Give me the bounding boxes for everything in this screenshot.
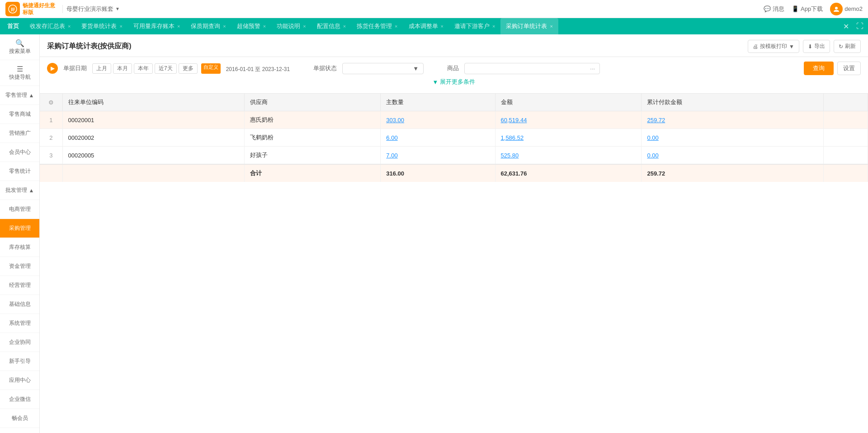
footer-amount: 62,631.76 [495, 164, 642, 182]
tab-available-stock[interactable]: 可用量库存账本 × [128, 18, 185, 34]
tab-close-icon[interactable]: × [177, 24, 180, 29]
status-select[interactable]: ▼ [342, 63, 424, 74]
tab-close-icon[interactable]: × [68, 24, 71, 29]
sidebar-item-retail-mall[interactable]: 零售商城 [0, 105, 39, 124]
refresh-button[interactable]: ↻ 刷新 [834, 40, 861, 53]
table-footer: 合计 316.00 62,631.76 259.72 [40, 164, 868, 182]
org-selector[interactable]: 母婴行业演示账套 ▼ [62, 5, 123, 13]
expand-filter-button[interactable]: ▼ 展开更多条件 [47, 75, 861, 89]
tab-purchase-order[interactable]: 要货单统计表 × [76, 18, 127, 34]
settings-col-header[interactable]: ⚙ [40, 94, 62, 111]
chevron-down-icon: ▼ [433, 79, 439, 86]
row-paid[interactable]: 0.00 [642, 129, 824, 147]
query-button[interactable]: 查询 [804, 62, 834, 75]
tab-close-icon[interactable]: × [303, 24, 306, 29]
sidebar-item-retail-manage[interactable]: 零售管理 ▲ [0, 86, 39, 105]
row-index: 2 [40, 129, 62, 147]
tab-invite[interactable]: 邀请下游客户 × [449, 18, 500, 34]
tab-home[interactable]: 首页 [2, 18, 24, 34]
date-btn-this-year[interactable]: 本年 [134, 63, 153, 74]
svg-point-2 [835, 7, 838, 10]
user-menu[interactable]: demo2 [830, 3, 863, 15]
row-index: 3 [40, 147, 62, 165]
sidebar-item-newbie[interactable]: 新手引导 [0, 352, 39, 371]
tab-close-icon[interactable]: × [492, 24, 495, 29]
sidebar-item-marketing[interactable]: 营销推广 [0, 124, 39, 143]
footer-label: 合计 [245, 164, 381, 182]
data-table: ⚙ 往来单位编码 供应商 主数量 金额 累计付款金额 1 00020001 [40, 94, 868, 182]
tab-overstock[interactable]: 超储预警 × [231, 18, 271, 34]
date-label: 单据日期 [63, 64, 87, 72]
message-button[interactable]: 💬 消息 [764, 5, 784, 13]
main-layout: 🔍 搜索菜单 ☰ 快捷导航 零售管理 ▲ 零售商城 营销推广 会员中心 零售统计… [0, 34, 868, 433]
row-paid[interactable]: 259.72 [642, 111, 824, 129]
nav-tabs-controls: ✕ ⛶ [840, 22, 866, 31]
row-amount[interactable]: 60,519.44 [495, 111, 642, 129]
tab-close-all-button[interactable]: ✕ [840, 22, 852, 31]
org-chevron-icon: ▼ [115, 6, 120, 11]
sidebar-item-search[interactable]: 🔍 搜索菜单 [0, 34, 39, 60]
tab-picking[interactable]: 拣货任务管理 × [351, 18, 403, 34]
table-body: 1 00020001 惠氏奶粉 303.00 60,519.44 259.72 … [40, 111, 868, 165]
sidebar-item-system[interactable]: 系统管理 [0, 314, 39, 333]
sidebar-item-quicknav[interactable]: ☰ 快捷导航 [0, 60, 39, 86]
tab-receive-summary[interactable]: 收发存汇总表 × [24, 18, 76, 34]
tab-close-icon[interactable]: × [119, 24, 122, 29]
sidebar-item-ecommerce[interactable]: 电商管理 [0, 200, 39, 219]
row-supplier: 惠氏奶粉 [245, 111, 381, 129]
arrow-icon: ▲ [29, 187, 34, 194]
tab-expiry[interactable]: 保质期查询 × [185, 18, 231, 34]
sidebar-item-vip[interactable]: 畅会员 [0, 409, 39, 428]
sidebar-item-purchase[interactable]: 采购管理 [0, 219, 39, 238]
sidebar-item-apps[interactable]: 应用中心 [0, 371, 39, 390]
app-download-button[interactable]: 📱 App下载 [792, 5, 823, 13]
sidebar-item-finance[interactable]: 资金管理 [0, 257, 39, 276]
date-btn-last-month[interactable]: 上月 [92, 63, 111, 74]
tab-config[interactable]: 配置信息 × [311, 18, 351, 34]
sidebar-item-operations[interactable]: 经营管理 [0, 276, 39, 295]
tab-close-icon[interactable]: × [395, 24, 397, 29]
goods-label: 商品 [447, 64, 459, 72]
supplier-col-header: 供应商 [245, 94, 381, 111]
column-settings-icon[interactable]: ⚙ [48, 99, 54, 106]
search-icon: 🔍 [2, 39, 38, 48]
sidebar: 🔍 搜索菜单 ☰ 快捷导航 零售管理 ▲ 零售商城 营销推广 会员中心 零售统计… [0, 34, 40, 433]
filter-area: ▶ 单据日期 上月 本月 本年 近7天 更多 自定义 2016-01-01 至 … [40, 57, 868, 94]
settings-button[interactable]: 设置 [837, 62, 861, 75]
print-button[interactable]: 🖨 按模板打印 ▼ [748, 40, 799, 53]
tab-close-icon[interactable]: × [263, 24, 266, 29]
table-row: 3 00020005 好孩子 7.00 525.80 0.00 [40, 147, 868, 165]
sidebar-item-membership[interactable]: 会员中心 [0, 143, 39, 162]
tab-maximize-button[interactable]: ⛶ [854, 22, 866, 30]
tab-close-icon[interactable]: × [343, 24, 346, 29]
date-btn-this-month[interactable]: 本月 [113, 63, 132, 74]
tab-close-icon[interactable]: × [223, 24, 226, 29]
top-bar-left: 好 畅捷通好生意 标版 母婴行业演示账套 ▼ [5, 2, 123, 16]
row-amount[interactable]: 1,586.52 [495, 129, 642, 147]
date-btn-more[interactable]: 更多 [179, 63, 198, 74]
row-amount[interactable]: 525.80 [495, 147, 642, 165]
tab-purchase-stats[interactable]: 采购订单统计表 × [500, 18, 558, 34]
row-quantity[interactable]: 6.00 [381, 129, 495, 147]
row-paid[interactable]: 0.00 [642, 147, 824, 165]
tab-close-icon[interactable]: × [550, 24, 552, 29]
logo-area: 好 畅捷通好生意 标版 [5, 2, 55, 16]
sidebar-item-basic-info[interactable]: 基础信息 [0, 295, 39, 314]
tab-function[interactable]: 功能说明 × [271, 18, 311, 34]
row-quantity[interactable]: 7.00 [381, 147, 495, 165]
export-button[interactable]: ⬇ 导出 [803, 40, 830, 53]
sidebar-item-enterprise[interactable]: 企业协同 [0, 333, 39, 352]
sidebar-item-wholesale[interactable]: 批发管理 ▲ [0, 181, 39, 200]
goods-input[interactable]: ··· [464, 63, 600, 74]
date-btn-7days[interactable]: 近7天 [155, 63, 177, 74]
sidebar-item-wechat[interactable]: 企业微信 [0, 390, 39, 409]
sidebar-item-inventory[interactable]: 库存核算 [0, 238, 39, 257]
table-container: ⚙ 往来单位编码 供应商 主数量 金额 累计付款金额 1 00020001 [40, 94, 868, 433]
filter-toggle-button[interactable]: ▶ [47, 63, 58, 74]
goods-more-icon[interactable]: ··· [590, 65, 595, 72]
tab-close-icon[interactable]: × [441, 24, 443, 29]
logo-icon: 好 [5, 2, 20, 16]
tab-cost[interactable]: 成本调整单 × [403, 18, 449, 34]
row-quantity[interactable]: 303.00 [381, 111, 495, 129]
sidebar-item-retail-stats[interactable]: 零售统计 [0, 162, 39, 181]
